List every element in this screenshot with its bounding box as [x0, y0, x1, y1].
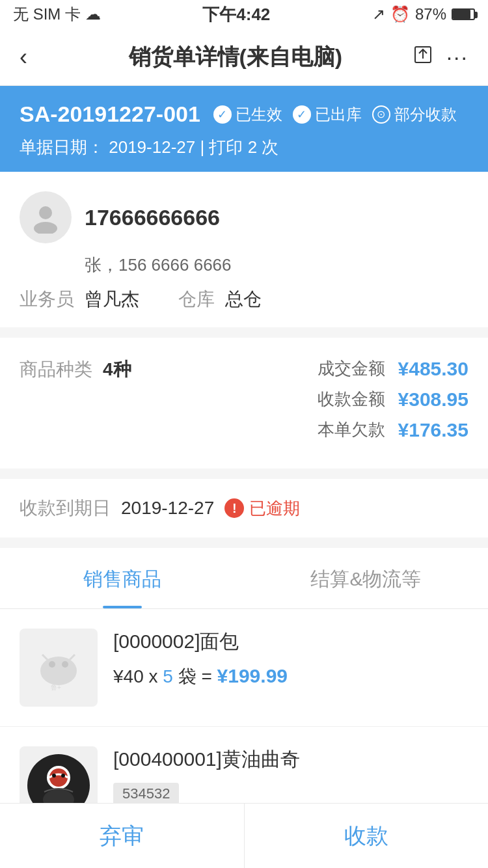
back-button[interactable]: ‹	[20, 44, 59, 71]
summary-section: 商品种类 4种 成交金额 ¥485.30 收款金额 ¥308.95 本单欠款 ¥…	[0, 338, 488, 468]
product-type-value: 4种	[103, 357, 131, 382]
warehouse-label: 仓库	[178, 287, 215, 312]
owed-amount-row: 本单欠款 ¥176.35	[318, 418, 468, 441]
price-unit-1: 袋	[178, 666, 197, 686]
product-image-1: 鲁+	[20, 629, 98, 707]
due-section: 收款到期日 2019-12-27 ! 已逾期	[0, 479, 488, 537]
warehouse-value: 总仓	[225, 287, 262, 312]
tab-sales-products[interactable]: 销售商品	[0, 548, 244, 608]
product-type-label: 商品种类	[20, 357, 92, 382]
share-icon[interactable]	[413, 44, 433, 70]
product-name-1: [0000002]面包	[113, 629, 468, 655]
collect-payment-button[interactable]: 收款	[245, 804, 489, 868]
status-right: ↗ ⏰ 87%	[372, 5, 475, 23]
clock-icon: ⊙	[372, 105, 390, 124]
svg-point-4	[40, 657, 77, 685]
customer-row: 17666666666	[20, 191, 468, 243]
status-time: 下午4:42	[202, 3, 270, 26]
received-label: 收款金额	[318, 388, 385, 411]
svg-point-12	[49, 768, 68, 787]
bottom-bar: 弃审 收款	[0, 803, 488, 868]
location-icon: ↗	[372, 5, 385, 23]
badge-shipped: ✓ 已出库	[293, 104, 362, 125]
page-title: 销货单详情(来自电脑)	[59, 42, 413, 72]
deal-amount-label: 成交金额	[318, 357, 385, 380]
battery-icon	[452, 8, 475, 20]
status-bar: 无 SIM 卡 ☁ 下午4:42 ↗ ⏰ 87%	[0, 0, 488, 29]
owed-value: ¥176.35	[398, 419, 468, 441]
svg-text:鲁+: 鲁+	[51, 684, 61, 691]
tab-settlement[interactable]: 结算&物流等	[244, 548, 488, 608]
owed-label: 本单欠款	[318, 418, 385, 441]
check-icon: ✓	[213, 105, 232, 124]
due-date: 2019-12-27	[121, 498, 214, 519]
network-status: 无 SIM 卡 ☁	[13, 4, 101, 25]
status-left: 无 SIM 卡 ☁	[13, 4, 101, 25]
badge-active: ✓ 已生效	[213, 104, 282, 125]
deal-amount-row: 成交金额 ¥485.30	[318, 357, 468, 380]
svg-point-3	[34, 222, 57, 234]
salesperson-item: 业务员 曾凡杰	[20, 287, 139, 312]
check-icon-2: ✓	[293, 105, 311, 124]
list-item: 鲁+ [0000002]面包 ¥40 x 5 袋 = ¥199.99	[0, 609, 488, 727]
header-date: 单据日期： 2019-12-27 | 打印 2 次	[20, 136, 468, 159]
order-id: SA-20191227-001	[20, 102, 200, 127]
price-total-1: ¥199.99	[217, 665, 288, 686]
header-top-row: SA-20191227-001 ✓ 已生效 ✓ 已出库 ⊙ 部分收款	[20, 102, 468, 127]
summary-right: 成交金额 ¥485.30 收款金额 ¥308.95 本单欠款 ¥176.35	[318, 357, 468, 449]
due-label: 收款到期日	[20, 496, 111, 521]
salesperson-label: 业务员	[20, 287, 74, 312]
customer-meta: 业务员 曾凡杰 仓库 总仓	[20, 287, 468, 312]
customer-account: 17666666666	[85, 205, 220, 230]
warehouse-item: 仓库 总仓	[178, 287, 262, 312]
order-header-banner: SA-20191227-001 ✓ 已生效 ✓ 已出库 ⊙ 部分收款 单据日期：…	[0, 86, 488, 172]
product-info-1: [0000002]面包 ¥40 x 5 袋 = ¥199.99	[113, 629, 468, 689]
overdue-badge: ! 已逾期	[224, 497, 300, 520]
alarm-icon: ⏰	[390, 5, 410, 23]
summary-row: 商品种类 4种 成交金额 ¥485.30 收款金额 ¥308.95 本单欠款 ¥…	[20, 357, 468, 449]
product-batch-2: 534532	[113, 783, 179, 805]
avatar	[20, 191, 72, 243]
nav-bar: ‹ 销货单详情(来自电脑) ···	[0, 29, 488, 86]
svg-point-8	[62, 661, 68, 668]
received-value: ¥308.95	[398, 388, 468, 411]
price-eq-1: =	[201, 666, 217, 686]
nav-actions: ···	[413, 44, 468, 70]
customer-section: 17666666666 张，156 6666 6666 业务员 曾凡杰 仓库 总…	[0, 172, 488, 327]
more-icon[interactable]: ···	[446, 44, 468, 70]
customer-name-phone: 张，156 6666 6666	[20, 254, 468, 277]
overdue-text: 已逾期	[249, 497, 300, 520]
product-price-1: ¥40 x 5 袋 = ¥199.99	[113, 664, 468, 689]
price-x-1: x	[149, 666, 163, 686]
tabs: 销售商品 结算&物流等	[0, 548, 488, 609]
deal-amount-value: ¥485.30	[398, 358, 468, 380]
price-qty-1: 5	[163, 666, 173, 686]
summary-left: 商品种类 4种	[20, 357, 131, 382]
product-name-2: [000400001]黄油曲奇	[113, 746, 468, 773]
svg-point-15	[61, 774, 65, 778]
salesperson-value: 曾凡杰	[85, 287, 139, 312]
status-badges: ✓ 已生效 ✓ 已出库 ⊙ 部分收款	[213, 104, 457, 125]
reject-button[interactable]: 弃审	[0, 804, 245, 868]
product-type-item: 商品种类 4种	[20, 357, 131, 382]
price-base-1: ¥40	[113, 666, 144, 686]
battery-level: 87%	[415, 5, 446, 23]
svg-point-7	[49, 661, 55, 668]
svg-point-2	[39, 206, 52, 219]
overdue-icon: !	[224, 498, 244, 518]
received-amount-row: 收款金额 ¥308.95	[318, 388, 468, 411]
svg-point-14	[52, 774, 56, 778]
badge-partial: ⊙ 部分收款	[372, 104, 457, 125]
